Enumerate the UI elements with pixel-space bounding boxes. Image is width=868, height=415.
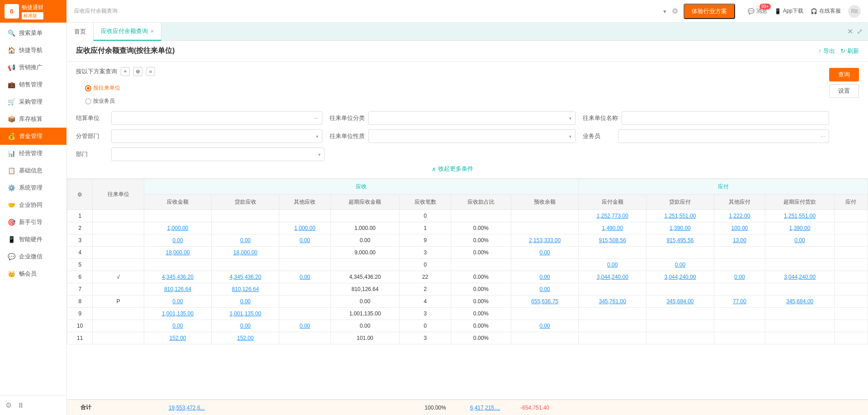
sidebar-item-system[interactable]: ⚙️ 系统管理 [0, 179, 66, 196]
message-button[interactable]: 💬 消息 99+ [748, 7, 767, 15]
row-other-ar[interactable] [279, 283, 330, 296]
row-ar-amount[interactable]: 810,126.64 [144, 283, 212, 296]
row-other-ap[interactable] [714, 247, 765, 259]
row-other-ar[interactable] [279, 296, 330, 308]
sidebar-item-marketing[interactable]: 📢 营销推广 [0, 59, 66, 76]
row-loan-ap[interactable]: 3,044,240.00 [646, 271, 714, 283]
row-other-ar[interactable] [279, 259, 330, 271]
settings-button[interactable]: 设置 [829, 84, 859, 98]
row-loan-ar[interactable] [212, 222, 279, 234]
row-ap-amount[interactable]: 1,252,773.00 [579, 210, 646, 222]
filter-add-button[interactable]: + [121, 67, 130, 76]
row-ap-amount[interactable] [579, 283, 646, 296]
row-other-ap[interactable] [714, 332, 765, 344]
settlement-input[interactable]: ··· [111, 111, 322, 125]
row-other-ap[interactable]: 100.00 [714, 222, 765, 234]
row-ap-amount[interactable]: 3,044,240.00 [579, 271, 646, 283]
sidebar-item-quick-nav[interactable]: 🏠 快捷导航 [0, 42, 66, 59]
row-ap-amount[interactable] [579, 247, 646, 259]
row-loan-ar[interactable]: 152.00 [212, 332, 279, 344]
row-other-ar[interactable]: 0.00 [279, 271, 330, 283]
tab-ar-ap[interactable]: 应收应付余额查询 × [94, 23, 161, 41]
sidebar-item-sales[interactable]: 💼 销售管理 [0, 76, 66, 93]
unit-name-input[interactable] [622, 111, 829, 125]
row-loan-ar[interactable] [212, 210, 279, 222]
filter-collapse-button[interactable]: « [146, 67, 155, 76]
settings-col-header[interactable]: ⚙ [67, 179, 93, 210]
row-ap-amount[interactable] [579, 308, 646, 320]
schema-by-salesperson[interactable]: 按业务员 [76, 95, 829, 108]
row-prepay[interactable]: 0.00 [511, 283, 579, 296]
expand-icon[interactable]: ⤢ [857, 27, 863, 36]
row-other-ar[interactable]: 1,000.00 [279, 222, 330, 234]
row-ap-amount[interactable]: 1,490.00 [579, 222, 646, 234]
row-other-ap[interactable]: 1,222.00 [714, 210, 765, 222]
sidebar-item-hardware[interactable]: 📱 智能硬件 [0, 231, 66, 248]
row-overdue-ap[interactable]: 1,251,551.00 [765, 210, 835, 222]
row-loan-ar[interactable]: 0.00 [212, 320, 279, 332]
row-other-ap[interactable] [714, 308, 765, 320]
row-loan-ar[interactable] [212, 259, 279, 271]
row-other-ap[interactable]: 77.00 [714, 296, 765, 308]
sidebar-item-member[interactable]: 👑 畅会员 [0, 265, 66, 282]
sidebar-item-basic-info[interactable]: 📋 基础信息 [0, 162, 66, 179]
row-other-ap[interactable] [714, 283, 765, 296]
sidebar-item-wechat[interactable]: 💬 企业微信 [0, 248, 66, 265]
row-overdue-ap[interactable]: 3,044,240.00 [765, 271, 835, 283]
app-download-button[interactable]: 📱 App下载 [774, 7, 803, 15]
row-other-ap[interactable]: 13.00 [714, 234, 765, 247]
sidebar-item-purchase[interactable]: 🛒 采购管理 [0, 93, 66, 110]
row-loan-ar[interactable]: 810,126.64 [212, 283, 279, 296]
settings-icon[interactable]: ⚙ [672, 7, 678, 15]
row-loan-ar[interactable]: 1,001,135.00 [212, 308, 279, 320]
footer-ar-amount[interactable]: 19,553,472,6... [162, 405, 212, 411]
row-loan-ar[interactable]: 18,000.00 [212, 247, 279, 259]
row-loan-ap[interactable] [646, 320, 714, 332]
footer-prepay[interactable]: 6,417,215.... [460, 405, 510, 411]
row-loan-ap[interactable]: 0.00 [646, 259, 714, 271]
row-loan-ap[interactable]: 1,251,551.00 [646, 210, 714, 222]
sidebar-item-inventory[interactable]: 📦 库存核算 [0, 110, 66, 128]
sidebar-collapse-icon[interactable]: ⏸ [17, 401, 24, 410]
row-overdue-ap[interactable]: 1,390.00 [765, 222, 835, 234]
row-ar-amount[interactable]: 0.00 [144, 234, 212, 247]
row-ap-amount[interactable]: 345,761.00 [579, 296, 646, 308]
sidebar-item-guide[interactable]: 🎯 新手引导 [0, 214, 66, 231]
export-button[interactable]: ↑ 导出 [819, 47, 835, 55]
department-select[interactable]: ▾ [111, 148, 325, 161]
row-other-ar[interactable] [279, 210, 330, 222]
query-button[interactable]: 查询 [829, 68, 859, 81]
row-other-ar[interactable] [279, 308, 330, 320]
row-ar-amount[interactable]: 4,345,436.20 [144, 271, 212, 283]
row-ar-amount[interactable]: 1,000.00 [144, 222, 212, 234]
sidebar-item-search-menu[interactable]: 🔍 搜索菜单 [0, 24, 66, 42]
row-loan-ar[interactable]: 0.00 [212, 296, 279, 308]
row-ap-amount[interactable] [579, 320, 646, 332]
row-overdue-ap[interactable] [765, 283, 835, 296]
row-prepay[interactable]: 0.00 [511, 320, 579, 332]
promo-button[interactable]: 体验行业方案 [684, 4, 735, 19]
row-overdue-ap[interactable] [765, 332, 835, 344]
row-ar-amount[interactable] [144, 259, 212, 271]
row-ap-amount[interactable] [579, 332, 646, 344]
unit-nature-select[interactable]: ▾ [368, 129, 576, 143]
row-ap-amount[interactable]: 915,508.56 [579, 234, 646, 247]
row-ar-amount[interactable]: 152.00 [144, 332, 212, 344]
collapse-conditions-button[interactable]: ∧ 收起更多条件 [76, 165, 829, 173]
row-loan-ap[interactable]: 1,390.00 [646, 222, 714, 234]
row-overdue-ap[interactable]: 345,684.00 [765, 296, 835, 308]
tab-home[interactable]: 首页 [67, 23, 94, 41]
row-loan-ap[interactable]: 915,495.56 [646, 234, 714, 247]
row-loan-ar[interactable]: 4,345,436.20 [212, 271, 279, 283]
row-prepay[interactable]: 2,153,333.00 [511, 234, 579, 247]
dept-select[interactable]: ▾ [111, 129, 322, 143]
row-other-ap[interactable] [714, 259, 765, 271]
sidebar-item-enterprise[interactable]: 🤝 企业协同 [0, 196, 66, 214]
row-ar-amount[interactable]: 0.00 [144, 320, 212, 332]
row-overdue-ap[interactable] [765, 259, 835, 271]
sidebar-item-operations[interactable]: 📊 经营管理 [0, 145, 66, 162]
row-loan-ap[interactable] [646, 247, 714, 259]
row-other-ar[interactable] [279, 332, 330, 344]
close-icon[interactable]: ✕ [847, 27, 853, 36]
row-overdue-ap[interactable]: 0.00 [765, 234, 835, 247]
